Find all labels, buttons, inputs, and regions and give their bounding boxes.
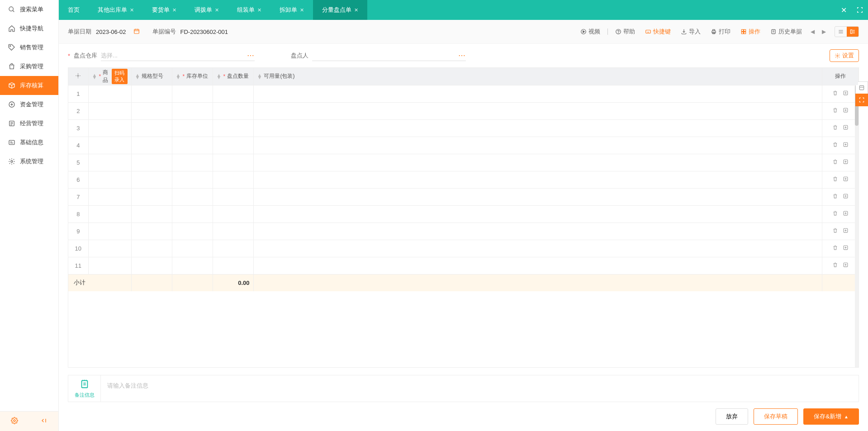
table-row[interactable]: 11 (68, 257, 859, 274)
table-row[interactable]: 9 (68, 223, 859, 240)
tab-close-icon[interactable]: ✕ (257, 7, 261, 13)
delete-row-icon[interactable] (832, 245, 838, 252)
tag-icon (8, 44, 15, 51)
warehouse-input[interactable] (101, 52, 247, 59)
tab-close-icon[interactable]: ✕ (130, 7, 134, 13)
subtotal-value: 0.00 (213, 274, 253, 291)
sidebar-item-sales[interactable]: 销售管理 (0, 38, 58, 57)
form-settings-button[interactable]: 设置 (830, 49, 859, 62)
add-row-icon[interactable] (843, 262, 849, 269)
sidebar-item-business[interactable]: 经营管理 (0, 114, 58, 133)
tab[interactable]: 调拨单✕ (185, 0, 228, 20)
tab[interactable]: 首页 (59, 0, 89, 20)
tab[interactable]: 分量盘点单✕ (313, 0, 367, 20)
table-row[interactable]: 10 (68, 240, 859, 257)
tab[interactable]: 组装单✕ (228, 0, 270, 20)
discard-button[interactable]: 放弃 (716, 408, 748, 425)
notes-label: 备注信息 (75, 392, 95, 398)
header-unit[interactable]: ▲▼*库存单位 (172, 68, 213, 85)
action-print[interactable]: 打印 (708, 28, 733, 36)
table-row[interactable]: 5 (68, 154, 859, 171)
header-available[interactable]: ▲▼可用量(包装) (253, 68, 822, 85)
save-add-button[interactable]: 保存&新增▲ (803, 408, 859, 425)
date-value[interactable]: 2023-06-02 (96, 28, 129, 35)
calendar-icon[interactable] (133, 28, 140, 36)
fullscreen-button[interactable] (852, 0, 868, 20)
delete-row-icon[interactable] (832, 124, 838, 132)
add-row-icon[interactable] (843, 210, 849, 218)
delete-row-icon[interactable] (832, 107, 838, 114)
action-import[interactable]: 导入 (678, 28, 703, 36)
header-index[interactable] (68, 68, 88, 85)
delete-row-icon[interactable] (832, 262, 838, 269)
view-list-button[interactable] (835, 27, 847, 37)
checker-input[interactable] (312, 52, 458, 59)
add-row-icon[interactable] (843, 142, 849, 149)
svg-rect-34 (744, 32, 746, 34)
table-row[interactable]: 7 (68, 188, 859, 205)
svg-point-12 (11, 161, 13, 162)
svg-rect-31 (741, 29, 743, 31)
table-row[interactable]: 6 (68, 171, 859, 188)
delete-row-icon[interactable] (832, 227, 838, 235)
tab[interactable]: 其他出库单✕ (89, 0, 143, 20)
add-row-icon[interactable] (843, 245, 849, 252)
sidebar-item-basic[interactable]: 基础信息 (0, 133, 58, 152)
delete-row-icon[interactable] (832, 90, 838, 97)
scan-badge[interactable]: 扫码录入 (112, 69, 127, 84)
header-quantity[interactable]: ▲▼*盘点数量 (213, 68, 253, 85)
tab-close-icon[interactable]: ✕ (300, 7, 304, 13)
table-row[interactable]: 4 (68, 137, 859, 154)
sidebar-item-inventory[interactable]: 库存核算 (0, 76, 58, 95)
view-detail-button[interactable] (847, 27, 859, 37)
delete-row-icon[interactable] (832, 142, 838, 149)
notes-icon (80, 379, 90, 390)
action-operate[interactable]: 操作 (738, 28, 763, 36)
sidebar: 搜索菜单 快捷导航 销售管理 采购管理 库存核算 资金管理 (0, 0, 59, 431)
table-row[interactable]: 1 (68, 85, 859, 102)
history-prev-button[interactable]: ◀ (809, 28, 816, 35)
delete-row-icon[interactable] (832, 176, 838, 183)
action-help[interactable]: 帮助 (612, 28, 638, 36)
add-row-icon[interactable] (843, 159, 849, 166)
delete-row-icon[interactable] (832, 159, 838, 166)
close-all-tabs[interactable]: ✕ (835, 0, 852, 20)
tab-close-icon[interactable]: ✕ (172, 7, 176, 13)
action-history[interactable]: 历史单据 (768, 28, 805, 36)
sidebar-item-nav[interactable]: 快捷导航 (0, 19, 58, 38)
warehouse-more-icon[interactable]: ⋯ (247, 51, 255, 60)
tab[interactable]: 要货单✕ (143, 0, 185, 20)
settings-button[interactable] (0, 412, 29, 431)
tab-close-icon[interactable]: ✕ (354, 7, 358, 13)
add-row-icon[interactable] (843, 227, 849, 235)
sidebar-item-search[interactable]: 搜索菜单 (0, 0, 58, 19)
collapse-button[interactable] (29, 412, 59, 431)
action-video[interactable]: 视频 (578, 28, 603, 36)
svg-rect-86 (859, 85, 863, 90)
search-icon (8, 6, 15, 13)
action-hotkey[interactable]: 快捷键 (642, 28, 674, 36)
table-row[interactable]: 3 (68, 119, 859, 137)
header-spec[interactable]: ▲▼规格型号 (131, 68, 172, 85)
table-scrollbar[interactable] (855, 85, 859, 367)
sidebar-item-purchase[interactable]: 采购管理 (0, 57, 58, 76)
add-row-icon[interactable] (843, 193, 849, 200)
sidebar-item-system[interactable]: 系统管理 (0, 152, 58, 171)
header-product[interactable]: ▲▼*商品扫码录入 (88, 68, 131, 85)
add-row-icon[interactable] (843, 124, 849, 132)
delete-row-icon[interactable] (832, 210, 838, 218)
delete-row-icon[interactable] (832, 193, 838, 200)
save-draft-button[interactable]: 保存草稿 (754, 408, 798, 425)
add-row-icon[interactable] (843, 107, 849, 114)
notes-input[interactable] (101, 375, 859, 402)
checker-more-icon[interactable]: ⋯ (458, 51, 466, 60)
table-row[interactable]: 2 (68, 102, 859, 119)
add-row-icon[interactable] (843, 176, 849, 183)
table-row[interactable]: 8 (68, 205, 859, 223)
drawer-tab-2[interactable] (855, 94, 868, 106)
tab[interactable]: 拆卸单✕ (270, 0, 313, 20)
add-row-icon[interactable] (843, 90, 849, 97)
tab-close-icon[interactable]: ✕ (215, 7, 219, 13)
history-next-button[interactable]: ▶ (821, 28, 827, 35)
sidebar-item-funds[interactable]: 资金管理 (0, 95, 58, 114)
